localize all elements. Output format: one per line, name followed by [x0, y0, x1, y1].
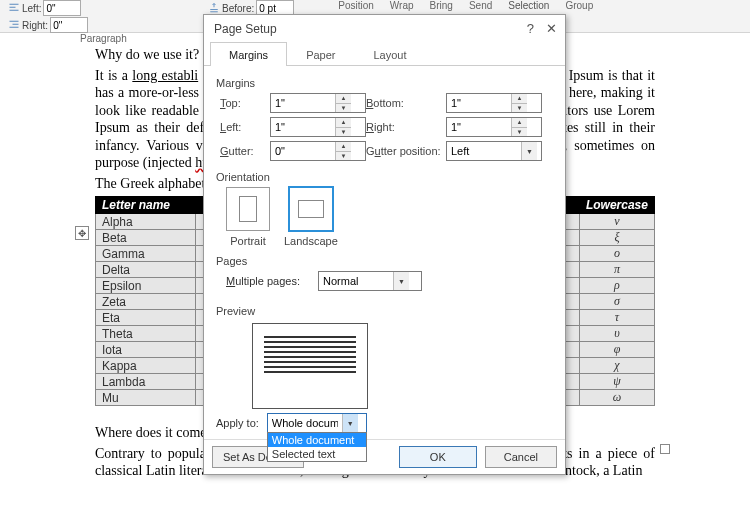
orientation-landscape[interactable]: Landscape — [284, 187, 338, 247]
orientation-portrait[interactable]: Portrait — [226, 187, 270, 247]
margin-bottom-label: Bottom: — [366, 97, 446, 109]
cell-name: Iota — [96, 342, 196, 358]
spin-up-icon[interactable]: ▲ — [512, 118, 527, 127]
margin-bottom-input[interactable]: ▲▼ — [446, 93, 542, 113]
spin-up-icon[interactable]: ▲ — [336, 118, 351, 127]
apply-to-label: Apply to: — [216, 417, 259, 429]
spin-up-icon[interactable]: ▲ — [336, 142, 351, 151]
cell-symbol: ξ — [579, 230, 654, 246]
cell-symbol: ν — [579, 214, 654, 230]
dialog-title: Page Setup — [214, 22, 277, 36]
margin-left-input[interactable]: ▲▼ — [270, 117, 366, 137]
preview-thumbnail — [252, 323, 368, 409]
ribbon-group[interactable]: Group — [565, 0, 593, 11]
gutter-label: Gutter: — [220, 145, 270, 157]
gutter-position-label: Gutter position: — [366, 145, 446, 157]
dialog-titlebar: Page Setup ? ✕ — [204, 15, 565, 42]
indent-right-input[interactable] — [50, 17, 88, 33]
cell-name: Gamma — [96, 246, 196, 262]
ribbon-selection[interactable]: Selection — [508, 0, 549, 11]
tab-margins[interactable]: Margins — [210, 42, 287, 66]
cell-symbol: ο — [579, 246, 654, 262]
portrait-icon — [239, 196, 257, 222]
chevron-down-icon[interactable]: ▼ — [521, 142, 537, 160]
cell-symbol: χ — [579, 358, 654, 374]
section-preview-label: Preview — [216, 305, 553, 317]
margin-right-label: Right: — [366, 121, 446, 133]
margin-top-label: Top: — [220, 97, 270, 109]
spin-down-icon[interactable]: ▼ — [512, 103, 527, 113]
dialog-tabs: Margins Paper Layout — [204, 42, 565, 66]
section-orientation-label: Orientation — [216, 171, 553, 183]
cell-name: Alpha — [96, 214, 196, 230]
section-pages-label: Pages — [216, 255, 553, 267]
multiple-pages-select[interactable]: ▼ — [318, 271, 422, 291]
cell-symbol: ω — [579, 390, 654, 406]
th-lowercase: Lowercase — [579, 197, 654, 214]
cell-name: Eta — [96, 310, 196, 326]
ribbon-wrap[interactable]: Wrap — [390, 0, 414, 11]
ribbon-position[interactable]: Position — [338, 0, 374, 11]
cell-symbol: ψ — [579, 374, 654, 390]
ribbon-bring[interactable]: Bring — [430, 0, 453, 11]
indent-left-input[interactable] — [43, 0, 81, 16]
cell-name: Zeta — [96, 294, 196, 310]
portrait-label: Portrait — [230, 235, 265, 247]
cell-name: Beta — [96, 230, 196, 246]
margin-top-input[interactable]: ▲▼ — [270, 93, 366, 113]
multiple-pages-label: Multiple pages: — [226, 275, 300, 287]
spin-up-icon[interactable]: ▲ — [336, 94, 351, 103]
close-icon[interactable]: ✕ — [546, 21, 557, 36]
spin-down-icon[interactable]: ▼ — [336, 151, 351, 161]
spin-up-icon[interactable]: ▲ — [512, 94, 527, 103]
cell-symbol: ρ — [579, 278, 654, 294]
chevron-down-icon[interactable]: ▼ — [393, 272, 409, 290]
th-letter-name: Letter name — [96, 197, 196, 214]
margin-right-input[interactable]: ▲▼ — [446, 117, 542, 137]
cell-symbol: σ — [579, 294, 654, 310]
cell-symbol: τ — [579, 310, 654, 326]
spin-down-icon[interactable]: ▼ — [336, 127, 351, 137]
landscape-icon — [298, 200, 324, 218]
tab-layout[interactable]: Layout — [354, 42, 425, 66]
spin-down-icon[interactable]: ▼ — [336, 103, 351, 113]
indent-left-label: Left: — [8, 2, 41, 14]
paragraph-group-label: Paragraph — [80, 33, 127, 44]
ribbon-send[interactable]: Send — [469, 0, 492, 11]
section-margins-label: Margins — [216, 77, 553, 89]
cell-name: Theta — [96, 326, 196, 342]
cell-symbol: π — [579, 262, 654, 278]
table-resize-handle-icon[interactable] — [660, 444, 670, 454]
cell-symbol: φ — [579, 342, 654, 358]
cell-name: Lambda — [96, 374, 196, 390]
spacing-before-label: Before: — [208, 2, 254, 14]
cell-name: Kappa — [96, 358, 196, 374]
apply-to-select[interactable]: ▼ — [267, 413, 367, 433]
page-setup-dialog: Page Setup ? ✕ Margins Paper Layout Marg… — [203, 14, 566, 475]
cell-name: Delta — [96, 262, 196, 278]
landscape-label: Landscape — [284, 235, 338, 247]
apply-to-dropdown[interactable]: Whole document Selected text — [267, 432, 367, 462]
table-move-handle-icon[interactable]: ✥ — [75, 226, 89, 240]
indent-right-label: Right: — [8, 19, 48, 31]
spin-down-icon[interactable]: ▼ — [512, 127, 527, 137]
gutter-input[interactable]: ▲▼ — [270, 141, 366, 161]
cancel-button[interactable]: Cancel — [485, 446, 557, 468]
margin-left-label: Left: — [220, 121, 270, 133]
cell-name: Epsilon — [96, 278, 196, 294]
apply-to-option-whole[interactable]: Whole document — [268, 433, 366, 447]
tab-paper[interactable]: Paper — [287, 42, 354, 66]
ok-button[interactable]: OK — [399, 446, 477, 468]
cell-name: Mu — [96, 390, 196, 406]
chevron-down-icon[interactable]: ▼ — [342, 414, 358, 432]
help-icon[interactable]: ? — [527, 21, 534, 36]
apply-to-option-selected[interactable]: Selected text — [268, 447, 366, 461]
cell-symbol: υ — [579, 326, 654, 342]
gutter-position-select[interactable]: ▼ — [446, 141, 542, 161]
